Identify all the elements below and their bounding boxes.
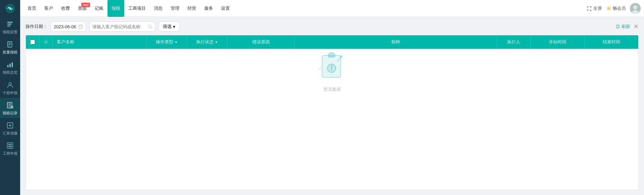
table-header: 客户名称 操作类型 ▼ 执行状态 ▼ 错误原因 税种 执行人	[26, 35, 638, 49]
th-status[interactable]: 执行状态 ▼	[187, 35, 227, 49]
sidebar-item-piliang-baoshui[interactable]: 批量报税	[0, 37, 20, 57]
sidebar: 报税设置 批量报税 报税总览	[0, 0, 20, 195]
filter-button[interactable]: 筛选 ▾	[159, 22, 180, 32]
sidebar-logo	[0, 0, 20, 17]
sidebar-item-baoshui-jilu[interactable]: 报税记录	[0, 98, 20, 118]
svg-rect-2	[7, 22, 13, 23]
chevron-down-icon: ▾	[173, 24, 175, 29]
topnav: 首页 客户 收费 票据 new 记账 报税 工商项目 消息 管理 经营	[20, 0, 644, 17]
nav-piaoju[interactable]: 票据 new	[74, 0, 91, 17]
close-button[interactable]: ✕	[634, 24, 639, 30]
settings-icon	[5, 20, 15, 29]
svg-line-35	[151, 28, 152, 29]
sidebar-item-baoshui-zonglan[interactable]: 报税总览	[0, 57, 20, 77]
sidebar-item-geshui-shenbao[interactable]: 个税申报	[0, 78, 20, 98]
status-filter-icon: ▼	[215, 40, 218, 44]
svg-line-47	[320, 67, 321, 70]
sidebar-item-label: 工商年报	[3, 151, 17, 156]
record-icon	[5, 101, 15, 110]
search-box	[89, 22, 155, 32]
svg-rect-10	[9, 64, 11, 68]
sidebar-item-label: 报税设置	[3, 30, 17, 34]
calendar-icon	[78, 24, 83, 29]
annual-report-icon	[5, 141, 15, 150]
empty-text: 暂无数据	[324, 86, 341, 92]
toolbar-right: 刷新 ✕	[615, 24, 639, 30]
select-all-checkbox[interactable]	[30, 40, 35, 44]
th-settings[interactable]	[39, 35, 53, 49]
empty-state: 暂无数据	[26, 49, 638, 92]
svg-rect-11	[12, 63, 13, 68]
nav-home[interactable]: 首页	[24, 0, 40, 17]
th-tax: 税种	[295, 35, 497, 49]
settlement-icon	[5, 121, 15, 130]
nav-fuwu[interactable]: 服务	[200, 0, 217, 17]
table-wrapper: 客户名称 操作类型 ▼ 执行状态 ▼ 错误原因 税种 执行人	[26, 35, 639, 190]
svg-rect-23	[10, 144, 12, 146]
main-area: 首页 客户 收费 票据 new 记账 报税 工商项目 消息 管理 经营	[20, 0, 644, 195]
sidebar-item-label: 个税申报	[3, 91, 17, 95]
th-error: 错误原因	[227, 35, 295, 49]
svg-rect-30	[79, 25, 82, 28]
date-label: 操作日期：	[26, 24, 47, 30]
vip-icon	[606, 6, 611, 11]
nav-jizhan[interactable]: 记账	[91, 0, 108, 17]
svg-rect-24	[8, 146, 10, 147]
sidebar-item-gongshang-nianbao[interactable]: 工商年报	[0, 138, 20, 158]
svg-rect-9	[7, 65, 9, 67]
person-tax-icon	[5, 80, 15, 90]
nav-jingying[interactable]: 经营	[183, 0, 200, 17]
th-start-time: 开始时间	[531, 35, 585, 49]
page-main: 操作日期： 2023-06-06 筛选 ▾	[20, 17, 644, 195]
toolbar: 操作日期： 2023-06-06 筛选 ▾	[26, 22, 639, 32]
fullscreen-button[interactable]: 全屏	[587, 5, 602, 11]
refresh-icon	[615, 24, 620, 29]
svg-point-44	[331, 70, 332, 71]
user-avatar[interactable]	[630, 3, 641, 14]
sidebar-item-label: 报税总览	[3, 70, 17, 75]
sidebar-item-huisuan-qingfei[interactable]: 汇算清缴	[0, 118, 20, 138]
sidebar-item-label: 报税记录	[3, 111, 17, 115]
search-icon[interactable]	[147, 24, 152, 29]
date-picker[interactable]: 2023-06-06	[51, 22, 86, 32]
th-end-time: 结束时间	[585, 35, 638, 49]
svg-point-1	[9, 7, 11, 9]
empty-illustration	[317, 49, 347, 82]
svg-point-36	[45, 41, 47, 43]
refresh-button[interactable]: 刷新	[615, 24, 630, 30]
th-name: 客户名称	[53, 35, 147, 49]
fullscreen-icon	[587, 6, 592, 11]
table-body: 暂无数据	[26, 49, 638, 190]
svg-point-34	[148, 25, 151, 28]
overview-icon	[5, 60, 15, 69]
nav-customer[interactable]: 客户	[40, 0, 57, 17]
th-op-type[interactable]: 操作类型 ▼	[147, 35, 187, 49]
new-badge: new	[81, 3, 90, 7]
batch-tax-icon	[5, 40, 15, 49]
svg-point-12	[9, 82, 11, 85]
nav-shezhi[interactable]: 设置	[217, 0, 234, 17]
svg-rect-25	[10, 146, 12, 147]
svg-point-28	[633, 5, 637, 9]
vip-button[interactable]: 畅会员	[606, 5, 626, 11]
svg-line-48	[319, 69, 320, 70]
sidebar-item-baoshui-shezhi[interactable]: 报税设置	[0, 17, 20, 37]
sidebar-item-label: 汇算清缴	[3, 131, 17, 135]
nav-guanli[interactable]: 管理	[167, 0, 183, 17]
svg-rect-4	[7, 26, 10, 27]
column-settings-icon	[43, 39, 49, 45]
svg-rect-22	[8, 144, 10, 146]
nav-xiaoxi[interactable]: 消息	[150, 0, 167, 17]
topnav-right: 全屏 畅会员	[587, 3, 641, 14]
op-type-filter-icon: ▼	[174, 40, 178, 44]
sidebar-item-label: 批量报税	[3, 50, 17, 54]
nav-gongshang[interactable]: 工商项目	[124, 0, 150, 17]
th-executor: 执行人	[497, 35, 531, 49]
nav-baoshui[interactable]: 报税	[108, 0, 124, 17]
th-checkbox[interactable]	[26, 35, 39, 49]
svg-rect-40	[329, 52, 334, 55]
svg-rect-3	[7, 24, 12, 25]
svg-rect-21	[7, 143, 13, 149]
search-input[interactable]	[92, 24, 146, 29]
nav-shoufei[interactable]: 收费	[57, 0, 74, 17]
